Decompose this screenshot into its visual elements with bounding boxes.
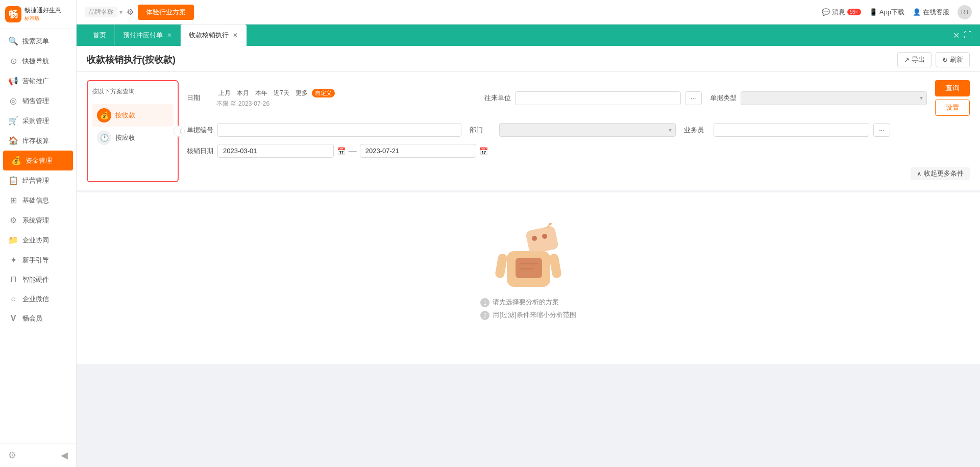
counterpart-input[interactable] bbox=[515, 91, 681, 105]
empty-tip-1: 1 请先选择要分析的方案 bbox=[480, 298, 576, 307]
operations-icon: 📋 bbox=[8, 176, 18, 185]
message-icon: 💬 bbox=[822, 8, 830, 16]
form-row-1: 日期 上月 本月 本年 近7天 更多 自定义 不限 bbox=[187, 80, 970, 116]
sidebar-item-enterprise[interactable]: 📁 企业协同 bbox=[0, 230, 76, 250]
sidebar-item-operations[interactable]: 📋 经营管理 bbox=[0, 170, 76, 190]
collapse-up-icon: ∧ bbox=[917, 170, 922, 178]
filter-collection-label: 按收款 bbox=[115, 111, 135, 120]
refresh-icon: ↻ bbox=[942, 56, 948, 64]
filter-panel: 按以下方案查询 💰 按收款 🕐 按应收 《 bbox=[87, 80, 179, 182]
service-label: 在线客服 bbox=[923, 8, 949, 17]
filter-by-collection[interactable]: 💰 按收款 bbox=[92, 104, 174, 127]
solution-button[interactable]: 体验行业方案 bbox=[138, 5, 194, 20]
quick-date-this-year[interactable]: 本年 bbox=[253, 88, 270, 99]
sidebar-item-search-menu[interactable]: 🔍 搜索菜单 bbox=[0, 31, 76, 51]
staff-input[interactable] bbox=[714, 123, 869, 137]
verify-date-start-calendar-icon[interactable]: 📅 bbox=[337, 147, 346, 155]
svg-rect-1 bbox=[516, 258, 542, 278]
verify-date-start-input[interactable] bbox=[217, 144, 334, 158]
app-name: 畅捷通好生意 bbox=[24, 7, 61, 15]
online-service-button[interactable]: 👤 在线客服 bbox=[913, 8, 949, 17]
collapse-sidebar-icon[interactable]: ◀ bbox=[61, 450, 68, 461]
smart-hw-icon: 🖥 bbox=[8, 275, 18, 284]
query-action-buttons: 查询 设置 bbox=[935, 80, 970, 116]
brand-area: 品牌名称 ▾ bbox=[85, 7, 122, 17]
guide-icon: ✦ bbox=[8, 255, 18, 265]
sidebar-item-wechat[interactable]: ○ 企业微信 bbox=[0, 289, 76, 309]
sidebar-item-member[interactable]: V 畅会员 bbox=[0, 309, 76, 328]
tab-prepay-label: 预付冲应付单 bbox=[123, 31, 163, 40]
department-select[interactable] bbox=[499, 123, 676, 137]
page-action-buttons: ↗ 导出 ↻ 刷新 bbox=[897, 52, 970, 67]
verify-date-field-group: 核销日期 📅 — 📅 bbox=[187, 144, 488, 158]
message-button[interactable]: 💬 消息 99+ bbox=[822, 8, 861, 17]
sidebar-navigation: 🔍 搜索菜单 ⊙ 快捷导航 📢 营销推广 ◎ 销售管理 🛒 采购管理 🏠 库存核… bbox=[0, 29, 76, 443]
empty-tip-2: 2 用[过滤]条件来缩小分析范围 bbox=[480, 310, 576, 320]
sidebar-label-marketing: 营销推广 bbox=[22, 77, 49, 86]
collapse-more-button[interactable]: ∧ 收起更多条件 bbox=[911, 167, 970, 180]
department-label: 部门 bbox=[470, 126, 495, 135]
settings-icon[interactable]: ⚙ bbox=[8, 450, 16, 461]
verify-date-end-calendar-icon[interactable]: 📅 bbox=[479, 147, 488, 155]
settings-button[interactable]: 设置 bbox=[935, 100, 970, 116]
sidebar-label-finance: 资金管理 bbox=[26, 156, 52, 165]
filter-panel-collapse-button[interactable]: 《 bbox=[174, 126, 185, 137]
form-row-3: 核销日期 📅 — 📅 bbox=[187, 144, 970, 158]
sidebar: 畅 畅捷通好生意 标准版 🔍 搜索菜单 ⊙ 快捷导航 📢 营销推广 ◎ 销售管理… bbox=[0, 0, 77, 467]
svg-rect-4 bbox=[495, 253, 508, 279]
basic-info-icon: ⊞ bbox=[8, 195, 18, 205]
quick-date-last-month[interactable]: 上月 bbox=[216, 88, 233, 99]
filter-by-receivable[interactable]: 🕐 按应收 bbox=[92, 127, 174, 149]
sidebar-label-wechat: 企业微信 bbox=[22, 294, 49, 304]
tip-number-2: 2 bbox=[480, 311, 489, 320]
app-download-label: App下载 bbox=[879, 8, 904, 17]
sidebar-item-sales[interactable]: ◎ 销售管理 bbox=[0, 91, 76, 111]
tab-collection-label: 收款核销执行 bbox=[189, 31, 229, 40]
sidebar-item-quick-nav[interactable]: ⊙ 快捷导航 bbox=[0, 51, 76, 71]
search-container: 按以下方案查询 💰 按收款 🕐 按应收 《 日期 bbox=[77, 72, 980, 190]
refresh-button[interactable]: ↻ 刷新 bbox=[936, 52, 970, 67]
query-button[interactable]: 查询 bbox=[935, 80, 970, 96]
counterpart-ellipsis-button[interactable]: ··· bbox=[685, 91, 702, 105]
sales-icon: ◎ bbox=[8, 96, 18, 106]
message-label: 消息 bbox=[832, 8, 845, 17]
export-button[interactable]: ↗ 导出 bbox=[897, 52, 932, 67]
quick-date-7days[interactable]: 近7天 bbox=[272, 88, 291, 99]
doc-number-input[interactable] bbox=[217, 123, 461, 137]
tip-number-1: 1 bbox=[480, 298, 489, 307]
sidebar-item-finance[interactable]: 💰 资金管理 bbox=[3, 151, 73, 170]
tab-close-all-icon[interactable]: ✕ bbox=[953, 31, 960, 40]
sidebar-item-system[interactable]: ⚙ 系统管理 bbox=[0, 210, 76, 230]
tab-expand-icon[interactable]: ⛶ bbox=[964, 31, 972, 40]
search-form: 日期 上月 本月 本年 近7天 更多 自定义 不限 bbox=[187, 80, 970, 182]
sidebar-item-inventory[interactable]: 🏠 库存核算 bbox=[0, 131, 76, 151]
quick-date-this-month[interactable]: 本月 bbox=[235, 88, 251, 99]
quick-date-more[interactable]: 更多 bbox=[293, 88, 310, 99]
filter-panel-title: 按以下方案查询 bbox=[92, 87, 174, 99]
verify-date-end-input[interactable] bbox=[360, 144, 476, 158]
staff-ellipsis-button[interactable]: ··· bbox=[873, 123, 890, 137]
sidebar-item-smart-hw[interactable]: 🖥 智能硬件 bbox=[0, 270, 76, 289]
topbar-gear-icon[interactable]: ⚙ bbox=[127, 7, 134, 17]
form-row-2: 单据编号 部门 业务员 ··· bbox=[187, 123, 970, 137]
top-bar: 品牌名称 ▾ ⚙ 体验行业方案 💬 消息 99+ 📱 App下载 👤 在线客服 … bbox=[77, 0, 980, 24]
tab-prepay[interactable]: 预付冲应付单 ✕ bbox=[115, 24, 181, 46]
sidebar-item-basic-info[interactable]: ⊞ 基础信息 bbox=[0, 190, 76, 210]
app-download-button[interactable]: 📱 App下载 bbox=[869, 8, 904, 17]
page-header: 收款核销执行(按收款) ↗ 导出 ↻ 刷新 bbox=[77, 46, 980, 72]
sidebar-item-guide[interactable]: ✦ 新手引导 bbox=[0, 250, 76, 270]
sidebar-label-guide: 新手引导 bbox=[22, 256, 49, 265]
tab-prepay-close-icon[interactable]: ✕ bbox=[167, 32, 172, 39]
inventory-icon: 🏠 bbox=[8, 136, 18, 145]
brand-chevron-icon[interactable]: ▾ bbox=[119, 9, 122, 16]
tab-collection[interactable]: 收款核销执行 ✕ bbox=[181, 24, 247, 46]
tab-collection-close-icon[interactable]: ✕ bbox=[233, 32, 238, 39]
doc-type-select[interactable] bbox=[741, 91, 927, 105]
tab-bar: 首页 预付冲应付单 ✕ 收款核销执行 ✕ ✕ ⛶ bbox=[77, 24, 980, 46]
sidebar-item-marketing[interactable]: 📢 营销推广 bbox=[0, 71, 76, 91]
tab-home[interactable]: 首页 bbox=[85, 24, 115, 46]
date-field-group: 日期 上月 本月 本年 近7天 更多 自定义 不限 bbox=[187, 88, 476, 108]
user-area[interactable]: Rit bbox=[958, 5, 972, 19]
sidebar-label-sales: 销售管理 bbox=[22, 96, 49, 106]
sidebar-item-purchase[interactable]: 🛒 采购管理 bbox=[0, 111, 76, 131]
